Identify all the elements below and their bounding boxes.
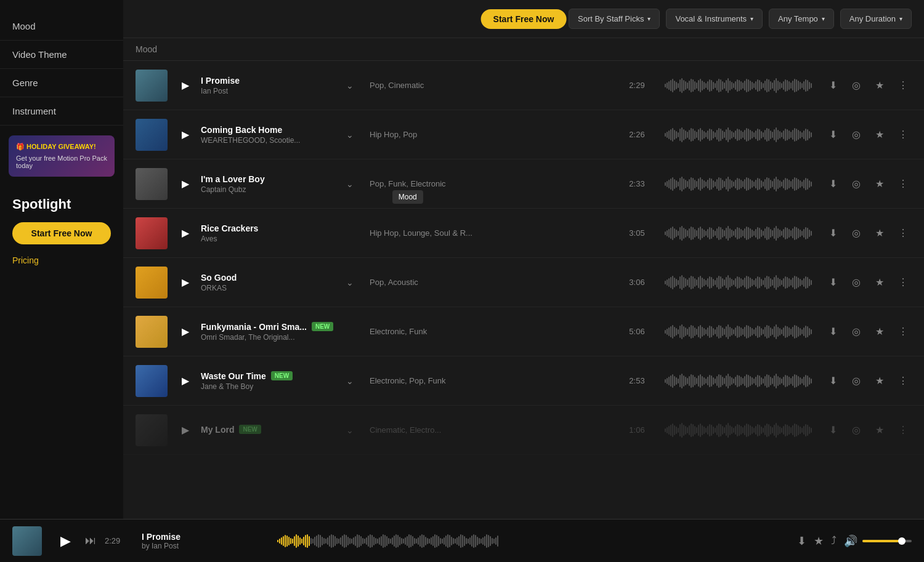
track-similar-button[interactable]: ◎ bbox=[848, 422, 865, 439]
track-tags: Hip Hop, Pop bbox=[370, 130, 622, 139]
track-similar-button[interactable]: ◎ bbox=[848, 323, 865, 340]
sidebar-item-video-theme[interactable]: Video Theme bbox=[0, 41, 123, 69]
track-waveform[interactable] bbox=[665, 319, 812, 344]
sidebar-item-mood[interactable]: Mood bbox=[0, 12, 123, 41]
waveform-bar bbox=[729, 327, 731, 337]
track-more-button[interactable]: ⋮ bbox=[894, 175, 912, 193]
track-more-button[interactable]: ⋮ bbox=[894, 77, 912, 94]
track-waveform[interactable] bbox=[665, 221, 812, 246]
track-similar-button[interactable]: ◎ bbox=[848, 225, 865, 242]
volume-icon[interactable]: 🔊 bbox=[844, 534, 857, 548]
start-free-button[interactable]: Start Free Now bbox=[12, 222, 111, 244]
track-more-button[interactable]: ⋮ bbox=[894, 323, 912, 340]
waveform-bar bbox=[774, 277, 775, 288]
player-waveform-bar bbox=[290, 538, 291, 544]
track-similar-button[interactable]: ◎ bbox=[848, 175, 865, 193]
track-download-button[interactable]: ⬇ bbox=[824, 126, 841, 143]
track-favorite-button[interactable]: ★ bbox=[871, 274, 888, 291]
player-download-button[interactable]: ⬇ bbox=[797, 534, 806, 548]
waveform-bar bbox=[794, 128, 795, 142]
track-download-button[interactable]: ⬇ bbox=[824, 77, 841, 94]
track-download-button[interactable]: ⬇ bbox=[824, 274, 841, 291]
pricing-link[interactable]: Pricing bbox=[0, 249, 123, 271]
track-play-button[interactable]: ▶ bbox=[176, 323, 195, 341]
player-favorite-button[interactable]: ★ bbox=[814, 534, 824, 548]
player-play-button[interactable]: ▶ bbox=[54, 530, 76, 552]
waveform-bar bbox=[715, 329, 716, 334]
track-row[interactable]: ▶Coming Back HomeWEARETHEGOOD, Scootie..… bbox=[123, 110, 924, 159]
track-more-button[interactable]: ⋮ bbox=[894, 372, 912, 390]
track-row[interactable]: ▶I PromiseIan Post⌄Pop, Cinematic2:29⬇◎★… bbox=[123, 61, 924, 110]
track-waveform[interactable] bbox=[665, 172, 812, 196]
track-row[interactable]: ▶My LordNEW⌄Cinematic, Electro...1:06⬇◎★… bbox=[123, 406, 924, 455]
track-play-button[interactable]: ▶ bbox=[176, 372, 195, 390]
waveform-bar bbox=[683, 179, 684, 190]
waveform-bar bbox=[785, 79, 786, 92]
track-more-button[interactable]: ⋮ bbox=[894, 422, 912, 439]
filter-duration-button[interactable]: Any Duration ▾ bbox=[840, 9, 912, 29]
filter-tempo-button[interactable]: Any Tempo ▾ bbox=[769, 9, 834, 29]
track-waveform[interactable] bbox=[665, 73, 812, 98]
player-share-button[interactable]: ⤴ bbox=[831, 534, 837, 547]
holiday-banner[interactable]: 🎁 HOLIDAY GIVEAWAY! Get your free Motion… bbox=[9, 135, 115, 177]
track-row[interactable]: ▶So GoodORKAS⌄Pop, Acoustic3:06⬇◎★⋮ bbox=[123, 258, 924, 307]
track-favorite-button[interactable]: ★ bbox=[871, 126, 888, 143]
waveform-bar bbox=[809, 328, 810, 335]
track-play-button[interactable]: ▶ bbox=[176, 175, 195, 193]
track-favorite-button[interactable]: ★ bbox=[871, 225, 888, 242]
track-expand-button[interactable] bbox=[342, 226, 357, 241]
track-waveform[interactable] bbox=[665, 369, 812, 393]
track-expand-button[interactable]: ⌄ bbox=[342, 275, 357, 290]
track-play-button[interactable]: ▶ bbox=[176, 273, 195, 292]
waveform-bar bbox=[667, 132, 668, 138]
sidebar-item-instrument[interactable]: Instrument bbox=[0, 97, 123, 126]
track-more-button[interactable]: ⋮ bbox=[894, 225, 912, 242]
track-waveform[interactable] bbox=[665, 122, 812, 147]
waveform-bar bbox=[811, 379, 812, 383]
track-expand-button[interactable]: ⌄ bbox=[342, 78, 357, 93]
track-waveform[interactable] bbox=[665, 418, 812, 443]
track-download-button[interactable]: ⬇ bbox=[824, 372, 841, 390]
track-favorite-button[interactable]: ★ bbox=[871, 422, 888, 439]
track-play-button[interactable]: ▶ bbox=[176, 126, 195, 144]
track-similar-button[interactable]: ◎ bbox=[848, 126, 865, 143]
sidebar-item-genre[interactable]: Genre bbox=[0, 69, 123, 97]
track-more-button[interactable]: ⋮ bbox=[894, 274, 912, 291]
track-row[interactable]: ▶Waste Our TimeNEWJane & The Boy⌄Electro… bbox=[123, 356, 924, 406]
player-next-button[interactable]: ⏭ bbox=[85, 534, 96, 547]
waveform-bar bbox=[801, 379, 803, 383]
track-similar-button[interactable]: ◎ bbox=[848, 274, 865, 291]
filter-sort-button[interactable]: Sort By Staff Picks ▾ bbox=[569, 9, 660, 29]
topbar-start-free-button[interactable]: Start Free Now bbox=[481, 9, 567, 29]
track-waveform[interactable] bbox=[665, 270, 812, 295]
track-download-button[interactable]: ⬇ bbox=[824, 225, 841, 242]
track-row[interactable]: ▶Funkymania - Omri Sma...NEWOmri Smadar,… bbox=[123, 307, 924, 356]
track-download-button[interactable]: ⬇ bbox=[824, 323, 841, 340]
track-expand-button[interactable] bbox=[342, 324, 357, 339]
volume-slider[interactable] bbox=[862, 540, 912, 542]
volume-knob[interactable] bbox=[898, 537, 906, 545]
filter-vocal-button[interactable]: Vocal & Instruments ▾ bbox=[666, 9, 763, 29]
track-favorite-button[interactable]: ★ bbox=[871, 175, 888, 193]
track-tags: Pop, Funk, ElectronicMood bbox=[370, 179, 622, 188]
player-waveform[interactable] bbox=[277, 530, 785, 552]
track-row[interactable]: ▶Rice CrackersAvesHip Hop, Lounge, Soul … bbox=[123, 209, 924, 258]
track-expand-button[interactable]: ⌄ bbox=[342, 127, 357, 142]
track-download-button[interactable]: ⬇ bbox=[824, 422, 841, 439]
track-favorite-button[interactable]: ★ bbox=[871, 323, 888, 340]
track-play-button[interactable]: ▶ bbox=[176, 224, 195, 243]
track-similar-button[interactable]: ◎ bbox=[848, 77, 865, 94]
track-download-button[interactable]: ⬇ bbox=[824, 175, 841, 193]
track-row[interactable]: ▶I'm a Lover BoyCaptain Qubz⌄Pop, Funk, … bbox=[123, 159, 924, 209]
track-play-button[interactable]: ▶ bbox=[176, 76, 195, 95]
track-favorite-button[interactable]: ★ bbox=[871, 372, 888, 390]
track-similar-button[interactable]: ◎ bbox=[848, 372, 865, 390]
track-expand-button[interactable]: ⌄ bbox=[342, 177, 357, 191]
waveform-bar bbox=[727, 324, 729, 339]
track-play-button[interactable]: ▶ bbox=[176, 421, 195, 440]
track-more-button[interactable]: ⋮ bbox=[894, 126, 912, 143]
waveform-bar bbox=[759, 179, 760, 190]
track-expand-button[interactable]: ⌄ bbox=[342, 374, 357, 388]
track-expand-button[interactable]: ⌄ bbox=[342, 423, 357, 438]
track-favorite-button[interactable]: ★ bbox=[871, 77, 888, 94]
